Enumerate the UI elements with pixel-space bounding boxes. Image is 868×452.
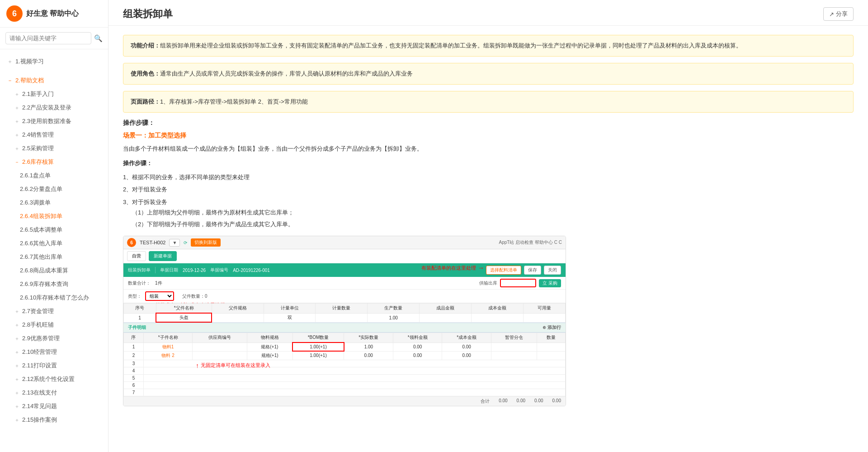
child-bom-qty-2: 1.00(+1): [292, 351, 344, 360]
main-content: 功能介绍：组装拆卸单用来处理企业组装或拆卸等加工业务，支持有固定装配清单的产品加…: [108, 26, 868, 452]
parent-name-1[interactable]: 头盔: [156, 313, 212, 322]
sidebar-item-sales[interactable]: ＋ 2.4销售管理: [0, 128, 108, 142]
sidebar-item-finance[interactable]: ＋ 2.7资金管理: [0, 305, 108, 318]
page-path-text: 页面路径：1、库存核算->库存管理->组装拆卸单 2、首页->常用功能: [131, 97, 846, 107]
sidebar-item-other-out[interactable]: 2.6.7其他出库单: [0, 250, 108, 264]
col-parent-unit: 计量单位: [264, 304, 316, 314]
annotation-arrow-noBom: ↑: [196, 362, 199, 369]
sidebar-item-transfer[interactable]: 2.6.3调拨单: [0, 196, 108, 209]
child-seq-5: 5: [124, 374, 144, 381]
child-seq-2: 2: [124, 351, 144, 360]
sidebar-item-stock-ledger[interactable]: 2.6.9库存账本查询: [0, 277, 108, 291]
mockup-num-label: 数量合计：: [128, 280, 151, 286]
parent-cost-amt-1: [471, 313, 523, 322]
mockup-bom-btn[interactable]: 选择配料清单: [486, 266, 521, 275]
sidebar-item-assembly-disassembly[interactable]: 2.6.4组装拆卸单: [0, 209, 108, 223]
share-button[interactable]: ↗ 分享: [823, 7, 854, 21]
search-button[interactable]: 🔍: [94, 34, 103, 43]
tab-new-doc[interactable]: 新建单据: [149, 251, 177, 261]
sidebar-item-cost-adjust[interactable]: 2.6.5成本调整单: [0, 223, 108, 237]
plus-icon: ＋: [14, 390, 19, 396]
ops-title: 操作步骤：: [123, 119, 854, 127]
sidebar-item-print[interactable]: ＋ 2.11打印设置: [0, 359, 108, 372]
mockup-type-select[interactable]: 组装 拆卸: [145, 291, 174, 301]
share-icon: ↗: [829, 11, 834, 18]
ops-label: 操作步骤：: [123, 158, 854, 168]
child-name-2: 物料 2: [143, 351, 193, 360]
annotation-no-bom-text: 无固定清单可在组装在这里录入: [201, 362, 270, 369]
nav-section-docs: － 2.帮助文档 ＋ 2.1新手入门 ＋ 2.2产品安装及登录 ＋ 2.3使用前…: [0, 71, 108, 429]
mockup-wh-input[interactable]: [500, 279, 536, 287]
child-header-label: 子件明细: [128, 324, 146, 331]
sidebar-item-stock-error[interactable]: 2.6.10库存账本错了怎么办: [0, 291, 108, 305]
sidebar-item-online-pay[interactable]: ＋ 2.13在线支付: [0, 386, 108, 400]
sidebar-item-mobile[interactable]: ＋ 2.8手机旺辅: [0, 318, 108, 332]
child-row-3: 3: [124, 360, 566, 367]
mockup-docno-label: 单据编号: [210, 267, 228, 273]
col-parent-name: *父件名称: [156, 304, 212, 314]
mockup-form-row2: 数量合计： 1件 供输出库 立 采购 启用处理: [123, 277, 566, 290]
mockup-switch-btn[interactable]: 切换到新版: [191, 238, 221, 247]
parent-prod-amt-1: [420, 313, 472, 322]
page-title: 组装拆卸单: [123, 7, 173, 21]
col-parent-avail: 可用量: [523, 304, 565, 314]
sidebar-item-operations[interactable]: ＋ 2.10经营管理: [0, 345, 108, 359]
sidebar-item-purchase[interactable]: ＋ 2.5采购管理: [0, 142, 108, 155]
tab-ziying[interactable]: 自营: [127, 251, 146, 261]
sidebar-item-stocktake[interactable]: 2.6.1盘点单: [0, 169, 108, 182]
mockup-refresh-icon[interactable]: ⟳: [184, 240, 187, 245]
child-qty-1: [537, 343, 565, 351]
mockup-parent-label: 父件数量：0: [182, 293, 208, 300]
child-cost-amt-2: 0.00: [442, 351, 491, 360]
app-mockup: 6 TEST-H002 ▼ ⟳ 切换到新版 AppT站 启动检查 帮助中心 C …: [123, 236, 566, 406]
sidebar-item-coupon[interactable]: ＋ 2.9优惠券管理: [0, 332, 108, 345]
child-header-actions: ⊕ 添加行: [542, 324, 561, 331]
child-col-warehouse: 暂管分仓: [491, 333, 537, 343]
child-spec-2: 规格(+1): [247, 351, 292, 360]
parent-measure-qty-1: [316, 313, 368, 322]
mockup-child-header: 子件明细 ⊕ 添加行: [123, 323, 566, 333]
sidebar-item-video[interactable]: ＋ 1.视频学习: [0, 55, 108, 68]
mockup-form-actions: 选择配料清单 保存 关闭: [486, 266, 561, 275]
child-bom-qty-1[interactable]: 1.00(+1): [292, 343, 344, 351]
sidebar-item-install[interactable]: ＋ 2.2产品安装及登录: [0, 101, 108, 114]
mockup-confirm-btn[interactable]: 立 采购: [539, 279, 561, 287]
col-parent-spec: 父件规格: [212, 304, 264, 314]
sidebar-item-other-in[interactable]: 2.6.6其他入库单: [0, 237, 108, 250]
step-1: 1、根据不同的业务，选择不同单据的类型来处理: [123, 172, 854, 182]
page-path-block: 页面路径：1、库存核算->库存管理->组装拆卸单 2、首页->常用功能: [123, 91, 854, 113]
parent-avail-1: [523, 313, 565, 322]
child-col-cost-amt: *成本金额: [442, 333, 491, 343]
sidebar-item-partial-stocktake[interactable]: 2.6.2分量盘点单: [0, 182, 108, 196]
scenario-1: 场景一：加工类型选择 当由多个子件材料组装成一个成品的业务为【组装】业务，当由一…: [123, 132, 854, 229]
mockup-docno-value: AD-20191226-001: [233, 268, 270, 273]
mockup-save-btn[interactable]: 保存: [524, 266, 541, 275]
parent-table-body: 1 头盔 双 1.00: [124, 313, 566, 322]
sidebar-item-intro[interactable]: ＋ 2.1新手入门: [0, 87, 108, 101]
child-cost-amt-1: 0.00: [442, 343, 491, 351]
nav-section-video: ＋ 1.视频学习: [0, 52, 108, 71]
sidebar-item-settings[interactable]: ＋ 2.12系统个性化设置: [0, 372, 108, 386]
plus-icon: ＋: [14, 91, 19, 98]
child-col-supplier: 供应商编号: [193, 333, 247, 343]
child-wh-2: [491, 351, 537, 360]
child-table-head: 序 *子件名称 供应商编号 物料规格 *BOM数量 *实际数量 *领料金额 *成…: [124, 333, 566, 343]
search-bar: 🔍: [0, 28, 108, 49]
sidebar-item-cases[interactable]: ＋ 2.15操作案例: [0, 413, 108, 427]
minus-icon: －: [7, 77, 13, 85]
sidebar-item-data-prep[interactable]: ＋ 2.3使用前数据准备: [0, 114, 108, 128]
footer-actual-total: 0.00: [517, 398, 525, 404]
mockup-toolbar: 自营 新建单据: [123, 249, 566, 263]
child-supplier-1: [193, 343, 247, 351]
steps-list: 1、根据不同的业务，选择不同单据的类型来处理 2、对于组装业务 3、对于拆装业务…: [123, 172, 854, 229]
brand-title: 好生意 帮助中心: [26, 9, 79, 19]
sidebar-item-cost-recalc[interactable]: 2.6.8商品成本重算: [0, 264, 108, 277]
sidebar-item-docs[interactable]: － 2.帮助文档: [0, 74, 108, 87]
sidebar-item-inventory[interactable]: － 2.6库存核算: [0, 155, 108, 169]
mockup-close-btn[interactable]: 关闭: [544, 266, 561, 275]
col-seq: 序号: [124, 304, 156, 314]
sidebar-item-faq[interactable]: ＋ 2.14常见问题: [0, 400, 108, 413]
search-input[interactable]: [5, 32, 91, 44]
col-parent-qty: 计量数量: [316, 304, 368, 314]
annotation-arrow-right: →: [478, 264, 484, 271]
